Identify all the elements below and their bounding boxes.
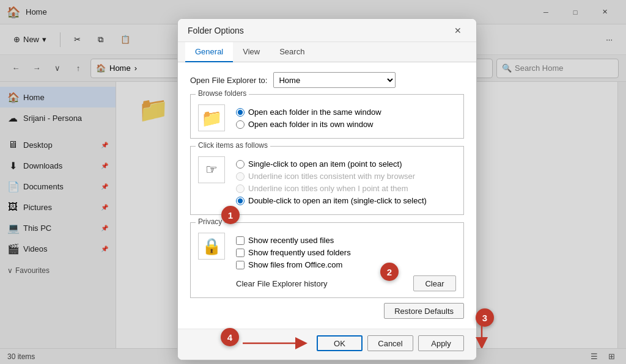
restore-defaults-button[interactable]: Restore Defaults	[384, 303, 464, 319]
radio-double-click[interactable]: Double-click to open an item (single-cli…	[236, 196, 427, 205]
tab-general[interactable]: General	[185, 42, 233, 62]
click-items-group: Click items as follows ☞ Single-click to…	[190, 146, 464, 215]
dialog-title: Folder Options	[188, 26, 444, 35]
privacy-legend: Privacy	[196, 217, 224, 226]
dialog-close-button[interactable]: ✕	[449, 22, 466, 39]
privacy-icon: 🔒	[198, 233, 225, 260]
tab-view[interactable]: View	[233, 42, 270, 62]
click-preview-icon: ☞	[198, 156, 225, 183]
dialog-footer: OK Cancel Apply	[178, 329, 476, 360]
dialog-content: Open File Explorer to: Home This PC Brow…	[178, 62, 476, 329]
checkbox-recent-files[interactable]: Show recently used files	[236, 236, 456, 245]
privacy-group: Privacy 🔒 Show recently used files Show …	[190, 222, 464, 298]
restore-defaults-row: Restore Defaults	[190, 303, 464, 319]
radio-own-window[interactable]: Open each folder in its own window	[236, 120, 381, 129]
click-items-options: Single-click to open an item (point to s…	[236, 156, 427, 208]
privacy-options: Show recently used files Show frequently…	[236, 233, 456, 291]
clear-history-label: Clear File Explorer history	[236, 279, 328, 288]
checkbox-frequent-folders[interactable]: Show frequently used folders	[236, 248, 456, 257]
radio-same-window[interactable]: Open each folder in the same window	[236, 107, 381, 117]
browse-folders-legend: Browse folders	[196, 89, 249, 98]
ok-button[interactable]: OK	[317, 335, 363, 351]
dialog-title-bar: Folder Options ✕	[178, 19, 476, 42]
radio-single-click[interactable]: Single-click to open an item (point to s…	[236, 159, 427, 169]
browse-folders-options: Open each folder in the same window Open…	[236, 104, 381, 132]
clear-button[interactable]: Clear	[413, 275, 456, 291]
open-explorer-dropdown[interactable]: Home This PC	[273, 72, 396, 88]
clear-history-row: Clear File Explorer history Clear	[236, 275, 456, 291]
folder-options-dialog: Folder Options ✕ General View Search Ope…	[177, 18, 477, 360]
click-items-legend: Click items as follows	[196, 141, 270, 150]
radio-underline-browser: Underline icon titles consistent with my…	[236, 172, 427, 181]
cancel-button[interactable]: Cancel	[367, 335, 413, 351]
radio-underline-hover: Underline icon titles only when I point …	[236, 184, 427, 193]
dialog-tabs: General View Search	[178, 42, 476, 62]
browse-folders-group: Browse folders 📁 Open each folder in the…	[190, 94, 464, 139]
checkbox-office-files[interactable]: Show files from Office.com	[236, 260, 456, 269]
apply-button[interactable]: Apply	[418, 335, 464, 351]
tab-search[interactable]: Search	[270, 42, 314, 62]
open-explorer-row: Open File Explorer to: Home This PC	[190, 72, 464, 88]
open-explorer-label: Open File Explorer to:	[190, 76, 267, 85]
folder-preview-icon: 📁	[198, 104, 225, 131]
